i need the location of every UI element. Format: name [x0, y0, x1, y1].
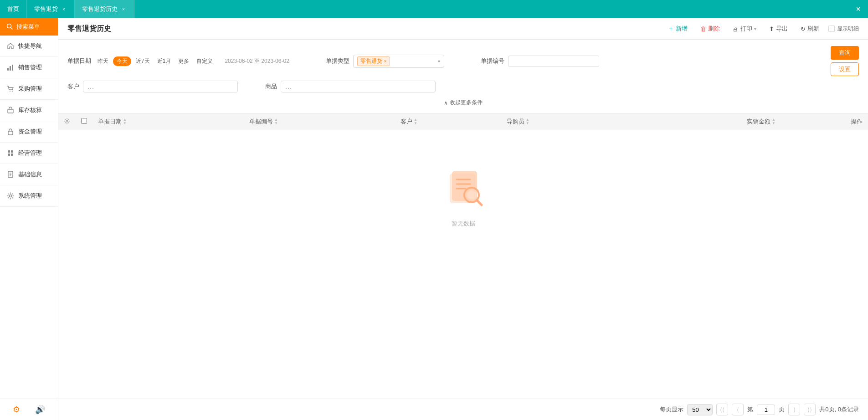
query-button[interactable]: 查询: [831, 46, 859, 60]
last-page-button[interactable]: ⟩⟩: [804, 404, 816, 415]
svg-point-17: [10, 195, 12, 197]
sort-date[interactable]: 单据日期 ▲▼: [98, 118, 127, 126]
page-size-label: 每页显示: [660, 405, 683, 414]
prev-page-button[interactable]: ⟨: [732, 404, 744, 415]
svg-point-25: [467, 190, 476, 200]
page-header: 零售退货历史 ＋ + 新增 新增 🗑 删除 🖨 打印 ▾ ⬆: [58, 18, 868, 40]
svg-rect-10: [11, 150, 13, 153]
sidebar-item-finance[interactable]: 资金管理: [0, 121, 58, 143]
delete-button[interactable]: 🗑 删除: [697, 23, 724, 35]
sidebar-item-system[interactable]: 系统管理: [0, 185, 58, 207]
date-btn-custom[interactable]: 自定义: [194, 56, 216, 66]
th-date[interactable]: 单据日期 ▲▼: [92, 113, 244, 130]
sidebar-item-basic-info[interactable]: 基础信息: [0, 164, 58, 185]
next-page-button[interactable]: ⟩: [788, 404, 800, 415]
header-actions: ＋ + 新增 新增 🗑 删除 🖨 打印 ▾ ⬆ 导出: [664, 23, 859, 35]
sidebar-item-operations[interactable]: 经营管理: [0, 143, 58, 164]
svg-rect-11: [8, 154, 10, 156]
pagination-bar: 每页显示 50 10 20 100 ⟨⟨ ⟨ 第 页 ⟩ ⟩⟩ 共0页, 0条记…: [58, 399, 868, 420]
sort-guide[interactable]: 导购员 ▲▼: [507, 118, 529, 126]
svg-rect-9: [8, 150, 10, 153]
grid-icon: [6, 149, 15, 157]
th-number[interactable]: 单据编号 ▲▼: [244, 113, 395, 130]
sidebar-item-sales[interactable]: 销售管理: [0, 57, 58, 78]
tab-retail-return-history[interactable]: 零售退货历史 ×: [75, 0, 134, 18]
date-btn-today[interactable]: 今天: [113, 56, 131, 66]
refresh-button[interactable]: ↻ 刷新: [797, 23, 823, 35]
sidebar-item-purchase[interactable]: 采购管理: [0, 78, 58, 100]
filter-row-1: 单据日期 昨天 今天 近7天 近1月 更多 自定义 2023-06-02 至 2…: [67, 46, 859, 76]
display-toggle[interactable]: 显示明细: [828, 25, 859, 33]
sidebar-item-operations-label: 经营管理: [18, 149, 42, 157]
export-icon: ⬆: [769, 26, 774, 32]
th-settings[interactable]: [58, 113, 76, 130]
tab-retail-return-history-close[interactable]: ×: [120, 6, 127, 12]
goods-label: 商品: [265, 82, 277, 91]
th-amount[interactable]: 实销金额 ▲▼: [630, 113, 781, 130]
collapse-bar[interactable]: ∧ 收起更多条件: [67, 97, 859, 109]
page-title: 零售退货历史: [67, 24, 111, 34]
main-content: 零售退货历史 ＋ + 新增 新增 🗑 删除 🖨 打印 ▾ ⬆: [58, 18, 868, 420]
collapse-icon: ∧: [444, 100, 448, 106]
page-label: 页: [779, 405, 785, 414]
sidebar-search[interactable]: 搜索菜单: [0, 18, 58, 36]
sidebar-item-quick-nav[interactable]: 快捷导航: [0, 36, 58, 57]
date-btn-yesterday[interactable]: 昨天: [95, 56, 111, 66]
page-size-select[interactable]: 50 10 20 100: [687, 404, 713, 415]
empty-text: 暂无数据: [452, 220, 475, 228]
svg-rect-2: [7, 68, 9, 71]
number-input[interactable]: [508, 56, 599, 67]
export-button[interactable]: ⬆ 导出: [765, 23, 791, 35]
th-guide[interactable]: 导购员 ▲▼: [501, 113, 630, 130]
sort-number[interactable]: 单据编号 ▲▼: [249, 118, 278, 126]
sidebar-item-inventory-label: 库存核算: [18, 106, 42, 114]
sort-customer[interactable]: 客户 ▲▼: [401, 118, 417, 126]
type-filter-group: 单据类型 零售退货 × ▾: [326, 55, 444, 68]
top-bar: 首页 零售退货 × 零售退货历史 × ×: [0, 0, 868, 18]
lock-icon: [6, 128, 15, 136]
date-btn-1month[interactable]: 近1月: [154, 56, 174, 66]
goods-filter-group: 商品 …: [265, 81, 436, 92]
tab-retail-return[interactable]: 零售退货 ×: [27, 0, 75, 18]
display-checkbox[interactable]: [828, 26, 835, 32]
sidebar-item-sales-label: 销售管理: [18, 63, 42, 72]
sort-arrows-date: ▲▼: [123, 118, 127, 125]
date-btn-more[interactable]: 更多: [175, 56, 192, 66]
tab-retail-return-history-label: 零售退货历史: [82, 5, 118, 13]
sidebar-item-basic-info-label: 基础信息: [18, 170, 42, 179]
date-label: 单据日期: [67, 57, 91, 65]
new-button[interactable]: ＋ + 新增 新增: [664, 23, 691, 35]
svg-rect-8: [8, 131, 13, 135]
sidebar-item-system-label: 系统管理: [18, 192, 42, 200]
settings-icon[interactable]: ⚙: [13, 405, 20, 415]
first-page-button[interactable]: ⟨⟨: [716, 404, 728, 415]
select-all-checkbox[interactable]: [81, 118, 87, 124]
tab-list: 首页 零售退货 × 零售退货历史 ×: [0, 0, 848, 18]
date-filter-group: 单据日期 昨天 今天 近7天 近1月 更多 自定义: [67, 56, 216, 66]
date-btn-7days[interactable]: 近7天: [133, 56, 153, 66]
print-button[interactable]: 🖨 打印 ▾: [729, 23, 760, 35]
th-customer[interactable]: 客户 ▲▼: [395, 113, 501, 130]
volume-icon[interactable]: 🔊: [35, 405, 45, 415]
empty-state: 暂无数据: [58, 130, 868, 255]
print-icon: 🖨: [733, 26, 739, 32]
delete-icon: 🗑: [700, 26, 706, 32]
tab-home[interactable]: 首页: [0, 0, 27, 18]
filter-row-2: 客户 … 商品 …: [67, 81, 859, 92]
data-table: 单据日期 ▲▼ 单据编号 ▲▼ 客户: [58, 113, 868, 130]
sort-amount[interactable]: 实销金额 ▲▼: [747, 118, 776, 126]
type-tag-close[interactable]: ×: [384, 59, 387, 64]
th-checkbox[interactable]: [76, 113, 92, 130]
window-close-button[interactable]: ×: [848, 5, 868, 14]
number-label: 单据编号: [481, 57, 504, 65]
customer-select[interactable]: …: [83, 81, 238, 92]
tab-retail-return-close[interactable]: ×: [61, 6, 67, 12]
sidebar-item-inventory[interactable]: 库存核算: [0, 100, 58, 121]
sidebar: 搜索菜单 快捷导航 销售管理: [0, 18, 58, 420]
main-layout: 搜索菜单 快捷导航 销售管理: [0, 18, 868, 420]
goods-select[interactable]: …: [281, 81, 436, 92]
type-select[interactable]: 零售退货 × ▾: [353, 55, 444, 68]
plus-icon: ＋: [668, 25, 674, 33]
settings-button[interactable]: 设置: [831, 62, 859, 76]
page-number-input[interactable]: [757, 405, 775, 415]
